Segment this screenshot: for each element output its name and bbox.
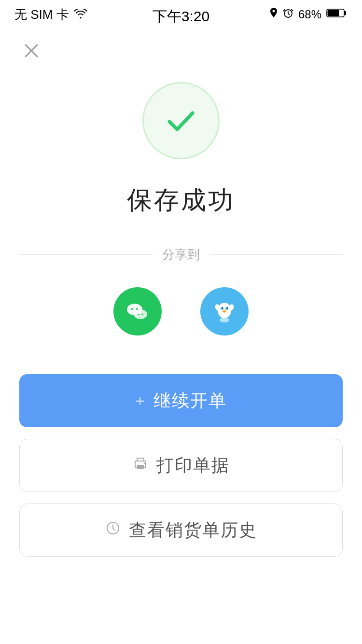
svg-point-10 (138, 314, 139, 315)
svg-point-15 (225, 307, 228, 310)
share-label: 分享到 (162, 246, 200, 263)
qq-share-button[interactable] (200, 287, 249, 336)
svg-rect-3 (328, 10, 339, 16)
main-content: 保存成功 分享到 (0, 63, 362, 644)
success-title: 保存成功 (127, 183, 235, 217)
share-section: 分享到 (19, 246, 343, 336)
wechat-share-button[interactable] (113, 287, 162, 336)
plus-icon: + (135, 392, 146, 410)
history-icon (105, 520, 121, 540)
svg-point-18 (223, 310, 226, 313)
success-icon (142, 82, 220, 159)
print-icon (132, 455, 149, 476)
history-button[interactable]: 查看销货单历史 (19, 504, 343, 557)
svg-rect-22 (137, 465, 144, 469)
svg-point-16 (222, 308, 223, 308)
svg-rect-2 (344, 11, 346, 15)
wifi-icon (74, 7, 87, 22)
continue-button[interactable]: + 继续开单 (19, 374, 343, 427)
svg-point-9 (136, 308, 138, 310)
svg-point-8 (131, 308, 133, 310)
history-label: 查看销货单历史 (129, 518, 257, 542)
share-icons (19, 287, 343, 336)
alarm-icon (283, 8, 293, 21)
print-label: 打印单据 (156, 454, 230, 477)
print-button[interactable]: 打印单据 (19, 439, 343, 492)
status-right: 68% (269, 8, 348, 21)
continue-label: 继续开单 (153, 389, 227, 413)
battery-icon (326, 8, 348, 21)
divider-left (19, 254, 153, 255)
svg-point-11 (142, 314, 143, 315)
svg-point-17 (227, 308, 228, 308)
svg-point-14 (221, 307, 223, 310)
svg-point-7 (134, 309, 147, 319)
share-divider: 分享到 (19, 246, 343, 263)
action-buttons: + 继续开单 打印单据 查看销货单历史 (19, 374, 343, 557)
svg-point-13 (220, 318, 229, 322)
battery-label: 68% (298, 8, 321, 21)
carrier-label: 无 SIM 卡 (14, 6, 69, 23)
location-icon (269, 8, 278, 21)
svg-point-23 (144, 463, 145, 464)
close-button[interactable] (19, 39, 43, 63)
status-left: 无 SIM 卡 (14, 6, 87, 23)
divider-right (209, 254, 343, 255)
status-time: 下午3:20 (153, 7, 209, 27)
status-bar: 无 SIM 卡 下午3:20 68% (0, 0, 362, 29)
